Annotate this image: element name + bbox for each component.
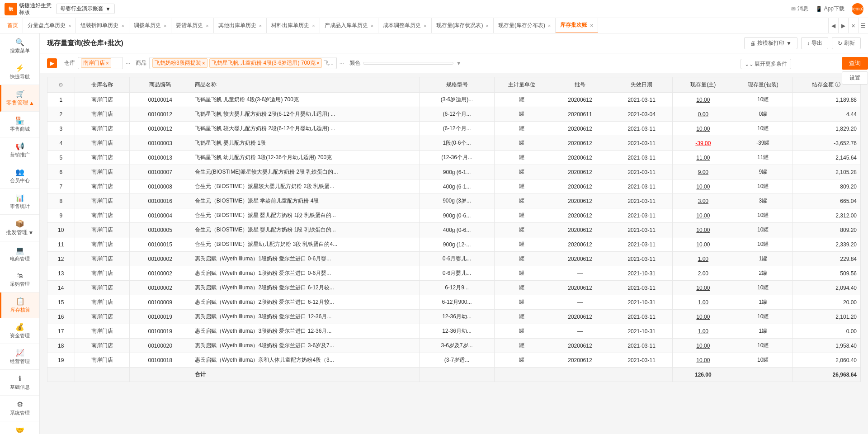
settings-gear-icon[interactable]: ⚙ bbox=[58, 82, 63, 88]
sidebar-item-retail-stats[interactable]: 📊 零售统计 bbox=[0, 189, 39, 215]
tab-5[interactable]: 其他出库单历史 × bbox=[214, 18, 267, 33]
cell-amount: 2,094.40 bbox=[792, 281, 860, 295]
tab-9[interactable]: 现存量(库存状况表) × bbox=[432, 18, 494, 33]
warehouse-tag-box[interactable]: 南岸门店 × bbox=[78, 57, 123, 69]
sidebar-item-purchase[interactable]: 🛍 采购管理 bbox=[0, 267, 39, 292]
tab-close-11[interactable]: × bbox=[590, 23, 593, 28]
refresh-button[interactable]: ↻ 刷新 bbox=[832, 37, 861, 49]
export-button[interactable]: ↓ 导出 bbox=[801, 37, 828, 49]
cell-qty[interactable]: 10.00 bbox=[672, 93, 734, 107]
cell-qty[interactable]: 10.00 bbox=[672, 339, 734, 353]
cell-qty[interactable]: 10.00 bbox=[672, 353, 734, 368]
table-row: 1 南岸门店 00100014 飞鹤星飞帆 儿童奶粉 4段(3-6岁适用) 70… bbox=[47, 93, 861, 107]
cell-qty[interactable]: 10.00 bbox=[672, 223, 734, 237]
tab-close-2[interactable]: × bbox=[121, 23, 124, 28]
sidebar-item-basic[interactable]: ℹ 基础信息 bbox=[0, 370, 39, 396]
cell-qty[interactable]: 10.00 bbox=[672, 122, 734, 136]
search-icon: 🔍 bbox=[3, 38, 37, 47]
tab-1[interactable]: 分量盘点单历史 × bbox=[23, 18, 76, 33]
cell-qty[interactable]: 0.00 bbox=[672, 107, 734, 122]
tab-home[interactable]: 首页 bbox=[3, 18, 23, 33]
cell-code: 00100012 bbox=[129, 122, 191, 136]
sidebar-item-shortcut[interactable]: ⚡ 快捷导航 bbox=[0, 59, 39, 85]
tab-close-6[interactable]: × bbox=[312, 23, 315, 28]
sidebar-item-search[interactable]: 🔍 搜索菜单 bbox=[0, 33, 39, 59]
cell-pkg: 10罐 bbox=[734, 281, 792, 295]
tab-close-all[interactable]: × bbox=[848, 18, 858, 33]
tab-right-arrow[interactable]: ▶ bbox=[838, 18, 848, 33]
cell-qty[interactable]: 10.00 bbox=[672, 208, 734, 223]
cell-qty[interactable]: 1.00 bbox=[672, 324, 734, 339]
cell-batch: 20200612 bbox=[549, 194, 611, 208]
cell-code: 00100005 bbox=[129, 223, 191, 237]
sidebar-item-operation[interactable]: 📈 经营管理 bbox=[0, 344, 39, 370]
tab-7[interactable]: 产成品入库单历史 × bbox=[320, 18, 378, 33]
tab-close-7[interactable]: × bbox=[371, 23, 373, 28]
expand-conditions-btn[interactable]: ⌄⌄ 展开更多条件 bbox=[741, 59, 791, 69]
avatar[interactable]: demo2 bbox=[852, 3, 863, 15]
cell-index: 14 bbox=[47, 281, 75, 295]
print-template-button[interactable]: 🖨 按模板打印 ▼ bbox=[744, 37, 797, 49]
app-download-action[interactable]: 📱 App下载 bbox=[816, 5, 844, 13]
tab-menu[interactable]: ☰ bbox=[858, 18, 868, 33]
table-row: 9 南岸门店 00100004 合生元（BIOSTIME）派星 婴儿配方奶粉 1… bbox=[47, 208, 861, 223]
table-row: 18 南岸门店 00100020 惠氏启赋（Wyeth illuma）4段奶粉 … bbox=[47, 339, 861, 353]
sidebar-item-marketing[interactable]: 📢 营销推广 bbox=[0, 137, 39, 163]
top-bar-left: 畅 畅捷通好生意 标版 母婴行业演示账套 ▼ bbox=[5, 2, 115, 15]
cell-qty[interactable]: 3.00 bbox=[672, 194, 734, 208]
sidebar-item-wholesale[interactable]: 📦 批发管理 ▼ bbox=[0, 215, 39, 241]
tab-4[interactable]: 要货单历史 × bbox=[171, 18, 213, 33]
expand-button[interactable]: ▶ bbox=[47, 58, 57, 68]
cell-warehouse: 南岸门店 bbox=[75, 151, 129, 165]
sidebar-item-collab[interactable]: 🤝 企业协同 bbox=[0, 421, 39, 434]
color-tag-box[interactable] bbox=[363, 62, 453, 65]
product-tag-close-1[interactable]: × bbox=[202, 60, 205, 66]
cell-qty[interactable]: 10.00 bbox=[672, 179, 734, 194]
tab-10[interactable]: 现存量(库存分布表) × bbox=[494, 18, 556, 33]
cell-code: 00100019 bbox=[129, 310, 191, 324]
table-row: 10 南岸门店 00100005 合生元（BIOSTIME）派星 婴儿配方奶粉 … bbox=[47, 223, 861, 237]
product-tag-2: 飞鹤星飞帆 儿童奶粉 4段(3-6岁适用) 700克 × bbox=[209, 58, 322, 68]
cell-qty[interactable]: 1.00 bbox=[672, 295, 734, 310]
cell-qty[interactable]: 9.00 bbox=[672, 165, 734, 179]
sidebar-item-ecommerce[interactable]: 💻 电商管理 bbox=[0, 241, 39, 267]
sidebar-item-mall[interactable]: 🏪 零售商城 bbox=[0, 112, 39, 137]
warehouse-tag-close[interactable]: × bbox=[106, 60, 109, 66]
search-button[interactable]: 查询 bbox=[842, 57, 868, 70]
cell-qty[interactable]: 10.00 bbox=[672, 310, 734, 324]
cell-qty[interactable]: -39.00 bbox=[672, 136, 734, 151]
cell-qty[interactable]: 11.00 bbox=[672, 151, 734, 165]
cell-unit: 罐 bbox=[495, 165, 549, 179]
tab-3[interactable]: 调拨单历史 × bbox=[129, 18, 171, 33]
tab-close-9[interactable]: × bbox=[486, 23, 489, 28]
cell-name: 合生元（BIOSTIME）派星 婴儿配方奶粉 1段 乳铁蛋白的... bbox=[191, 223, 419, 237]
cell-batch: 20200612 bbox=[549, 93, 611, 107]
tab-8[interactable]: 成本调整单历史 × bbox=[378, 18, 431, 33]
setting-button[interactable]: 设置 bbox=[842, 71, 868, 85]
cell-batch: 20200612 bbox=[549, 136, 611, 151]
col-header-settings[interactable]: ⚙ bbox=[47, 77, 75, 93]
tab-close-8[interactable]: × bbox=[424, 23, 426, 28]
tab-left-arrow[interactable]: ◀ bbox=[828, 18, 838, 33]
sidebar-item-member[interactable]: 👥 会员中心 bbox=[0, 163, 39, 189]
tab-close-10[interactable]: × bbox=[548, 23, 551, 28]
tab-close-3[interactable]: × bbox=[164, 23, 166, 28]
cell-qty[interactable]: 1.00 bbox=[672, 252, 734, 266]
sidebar-item-retail[interactable]: 🛒 零售管理 ▲ bbox=[0, 85, 39, 112]
sidebar-item-finance[interactable]: 💰 资金管理 bbox=[0, 318, 39, 344]
tab-close-1[interactable]: × bbox=[68, 23, 71, 28]
tab-6[interactable]: 材料出库单历史 × bbox=[267, 18, 320, 33]
tab-close-5[interactable]: × bbox=[259, 23, 262, 28]
sidebar-item-system[interactable]: ⚙ 系统管理 bbox=[0, 396, 39, 421]
cell-qty[interactable]: 2.00 bbox=[672, 266, 734, 281]
product-tag-box[interactable]: 飞鹤奶粉3段两提装 × 飞鹤星飞帆 儿童奶粉 4段(3-6岁适用) 700克 ×… bbox=[149, 57, 337, 69]
product-tag-close-2[interactable]: × bbox=[316, 60, 320, 66]
cell-qty[interactable]: 10.00 bbox=[672, 281, 734, 295]
sidebar-item-inventory[interactable]: 📋 库存核算 bbox=[0, 292, 39, 318]
tab-2[interactable]: 组装拆卸单历史 × bbox=[76, 18, 129, 33]
tab-11[interactable]: 库存批次账 × bbox=[556, 18, 598, 33]
message-action[interactable]: ✉ 消息 bbox=[791, 5, 808, 13]
store-select[interactable]: 母婴行业演示账套 ▼ bbox=[56, 4, 115, 14]
cell-qty[interactable]: 10.00 bbox=[672, 237, 734, 252]
tab-close-4[interactable]: × bbox=[206, 23, 208, 28]
